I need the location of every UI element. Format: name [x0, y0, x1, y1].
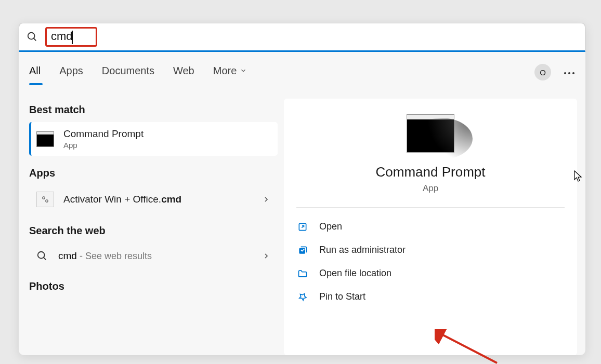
tab-all[interactable]: All [29, 65, 41, 80]
tab-documents[interactable]: Documents [102, 65, 154, 80]
svg-point-0 [28, 33, 35, 39]
app-preview: Command Prompt App [296, 114, 565, 208]
start-search-panel: cmd All Apps Documents Web More O Best m… [19, 23, 585, 355]
tab-more-label: More [213, 65, 237, 77]
result-activator[interactable]: Activator Win + Office.cmd [29, 185, 278, 213]
user-avatar[interactable]: O [534, 64, 551, 80]
tab-apps[interactable]: Apps [59, 65, 83, 80]
action-open[interactable]: Open [296, 215, 565, 238]
chevron-right-icon [262, 195, 270, 204]
svg-point-3 [568, 72, 570, 74]
web-hint: - See web results [77, 251, 152, 261]
section-apps: Apps [29, 167, 278, 179]
details-panel: Command Prompt App Open Run as administr… [284, 99, 577, 355]
search-bar: cmd [19, 23, 585, 52]
svg-point-7 [38, 252, 45, 259]
app-subtitle: App [423, 183, 438, 194]
action-run-as-admin[interactable]: Run as administrator [296, 238, 565, 262]
tab-web[interactable]: Web [173, 65, 194, 80]
result-title-prefix: Activator Win + Office. [63, 194, 161, 205]
result-title-bold: cmd [161, 194, 181, 205]
more-options-button[interactable] [564, 68, 575, 77]
section-photos: Photos [29, 280, 278, 292]
cmd-icon-large [407, 114, 454, 153]
action-open-location[interactable]: Open file location [296, 262, 565, 285]
svg-point-6 [46, 200, 48, 203]
svg-point-5 [43, 197, 45, 199]
web-query: cmd [58, 250, 77, 261]
filter-tabs: All Apps Documents Web More O [19, 52, 585, 92]
action-label: Open file location [319, 268, 391, 279]
action-label: Run as administrator [319, 245, 406, 255]
tab-more[interactable]: More [213, 65, 247, 80]
action-label: Pin to Start [319, 291, 365, 302]
chevron-down-icon [240, 67, 247, 74]
results-left-column: Best match Command Prompt App Apps Activ… [29, 92, 284, 355]
svg-line-8 [44, 258, 46, 260]
result-title: Command Prompt [63, 128, 143, 140]
search-input[interactable]: cmd [51, 30, 73, 43]
section-search-web: Search the web [29, 225, 278, 237]
text-cursor [72, 31, 73, 44]
result-subtitle: App [63, 141, 143, 150]
section-best-match: Best match [29, 104, 278, 116]
search-icon [36, 250, 48, 262]
svg-point-2 [564, 72, 566, 74]
action-label: Open [319, 221, 342, 232]
search-highlight-box: cmd [45, 27, 97, 47]
app-title: Command Prompt [376, 164, 486, 180]
chevron-right-icon [262, 252, 270, 260]
results-body: Best match Command Prompt App Apps Activ… [19, 92, 585, 355]
cmd-icon [36, 131, 54, 147]
result-command-prompt[interactable]: Command Prompt App [29, 122, 278, 156]
settings-file-icon [36, 192, 54, 207]
svg-point-4 [572, 72, 574, 74]
action-pin-to-start[interactable]: Pin to Start [296, 285, 565, 308]
result-web-search[interactable]: cmd - See web results [29, 243, 278, 269]
search-icon [27, 31, 38, 43]
app-actions: Open Run as administrator Open file loca… [296, 208, 565, 316]
svg-line-1 [34, 38, 36, 41]
